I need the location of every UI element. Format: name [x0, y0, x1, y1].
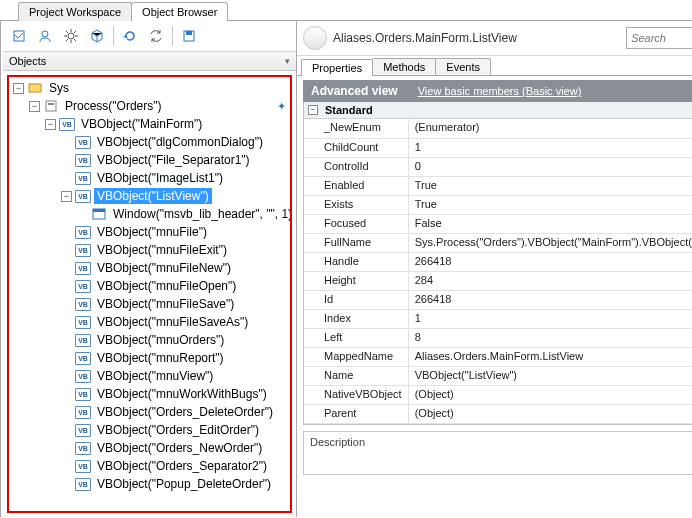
toolbar-btn-settings[interactable] — [59, 24, 83, 48]
sys-icon — [27, 80, 43, 96]
property-value[interactable]: Aliases.Orders.MainForm.ListView… — [408, 347, 692, 366]
property-value[interactable]: 1 — [408, 138, 692, 157]
search-input[interactable] — [626, 27, 692, 49]
objects-tree[interactable]: − Sys − Process("Orders") ✦ − VB VBObjec… — [7, 75, 292, 513]
property-name: ChildCount — [304, 138, 408, 157]
tree-node[interactable]: VBVBObject("mnuView") — [11, 367, 290, 385]
expand-icon[interactable]: − — [61, 191, 72, 202]
tree-node[interactable]: VBVBObject("Popup_DeleteOrder") — [11, 475, 290, 493]
vb-icon: VB — [75, 314, 91, 330]
tab-properties[interactable]: Properties — [301, 59, 373, 76]
tree-node[interactable]: VBVBObject("Orders_DeleteOrder") — [11, 403, 290, 421]
toolbar-btn-refresh[interactable] — [118, 24, 142, 48]
tree-label-selected: VBObject("ListView") — [94, 188, 212, 204]
advanced-view-label: Advanced view — [311, 84, 398, 98]
property-row[interactable]: Left8 — [304, 328, 692, 347]
tree-node-mainform[interactable]: − VB VBObject("MainForm") — [11, 115, 290, 133]
expand-icon[interactable]: − — [45, 119, 56, 130]
tree-node[interactable]: VBVBObject("dlgCommonDialog") — [11, 133, 290, 151]
property-value[interactable]: 266418 — [408, 290, 692, 309]
tab-methods[interactable]: Methods — [372, 58, 436, 75]
tree-node[interactable]: VBVBObject("Orders_Separator2") — [11, 457, 290, 475]
property-row[interactable]: Parent(Object)… — [304, 404, 692, 423]
tree-node[interactable]: VBVBObject("File_Separator1") — [11, 151, 290, 169]
property-value[interactable]: VBObject("ListView") — [408, 366, 692, 385]
vb-icon: VB — [75, 188, 91, 204]
tree-label: VBObject("File_Separator1") — [94, 152, 253, 168]
tree-node[interactable]: VBVBObject("mnuOrders") — [11, 331, 290, 349]
property-row[interactable]: Index1 — [304, 309, 692, 328]
tree-node[interactable]: VBVBObject("mnuFileNew") — [11, 259, 290, 277]
property-row[interactable]: ExistsTrue — [304, 195, 692, 214]
property-row[interactable]: NameVBObject("ListView") — [304, 366, 692, 385]
tree-node[interactable]: VBVBObject("mnuWorkWithBugs") — [11, 385, 290, 403]
tree-node-sys[interactable]: − Sys — [11, 79, 290, 97]
section-standard[interactable]: − Standard — [304, 102, 692, 119]
tree-node-process[interactable]: − Process("Orders") ✦ — [11, 97, 290, 115]
tree-node[interactable]: VBVBObject("ImageList1") — [11, 169, 290, 187]
tab-project-workspace[interactable]: Project Workspace — [18, 2, 132, 21]
property-name: _NewEnum — [304, 119, 408, 138]
tree-label: VBObject("Orders_DeleteOrder") — [94, 404, 276, 420]
toolbar-btn-refresh-all[interactable] — [144, 24, 168, 48]
vb-icon: VB — [75, 332, 91, 348]
leaf-spacer — [61, 155, 72, 166]
property-row[interactable]: Id266418 — [304, 290, 692, 309]
property-value[interactable]: Sys.Process("Orders").VBObject("MainForm… — [408, 233, 692, 252]
toolbar-separator — [172, 26, 173, 46]
property-row[interactable]: _NewEnum(Enumerator)… — [304, 119, 692, 138]
tree-label: VBObject("Orders_NewOrder") — [94, 440, 265, 456]
property-row[interactable]: ChildCount1 — [304, 138, 692, 157]
objects-header-dropdown-icon[interactable]: ▾ — [285, 56, 290, 66]
process-icon — [43, 98, 59, 114]
leaf-spacer — [61, 371, 72, 382]
expand-icon[interactable]: − — [13, 83, 24, 94]
property-value[interactable]: 1 — [408, 309, 692, 328]
property-row[interactable]: ControlId0 — [304, 157, 692, 176]
tree-node[interactable]: VBVBObject("mnuFileOpen") — [11, 277, 290, 295]
property-row[interactable]: Height284 — [304, 271, 692, 290]
leaf-spacer — [61, 479, 72, 490]
tree-node[interactable]: VBVBObject("Orders_NewOrder") — [11, 439, 290, 457]
property-value[interactable]: 0 — [408, 157, 692, 176]
tree-node[interactable]: VBVBObject("Orders_EditOrder") — [11, 421, 290, 439]
property-value[interactable]: (Enumerator)… — [408, 119, 692, 138]
property-row[interactable]: NativeVBObject(Object)… — [304, 385, 692, 404]
property-row[interactable]: EnabledTrue — [304, 176, 692, 195]
tree-node-listview[interactable]: − VB VBObject("ListView") — [11, 187, 290, 205]
property-row[interactable]: MappedNameAliases.Orders.MainForm.ListVi… — [304, 347, 692, 366]
property-value[interactable]: 8 — [408, 328, 692, 347]
property-value[interactable]: True — [408, 176, 692, 195]
tree-node[interactable]: VBVBObject("mnuFile") — [11, 223, 290, 241]
property-value[interactable]: True — [408, 195, 692, 214]
tree-label: VBObject("Orders_Separator2") — [94, 458, 270, 474]
tree-node[interactable]: VBVBObject("mnuFileExit") — [11, 241, 290, 259]
property-name: NativeVBObject — [304, 385, 408, 404]
tree-node[interactable]: VBVBObject("mnuReport") — [11, 349, 290, 367]
property-row[interactable]: Handle266418 — [304, 252, 692, 271]
tree-label: VBObject("mnuReport") — [94, 350, 227, 366]
tree-node[interactable]: VBVBObject("mnuFileSaveAs") — [11, 313, 290, 331]
toolbar-btn-save[interactable] — [177, 24, 201, 48]
property-value[interactable]: (Object)… — [408, 385, 692, 404]
toolbar-btn-filter[interactable] — [7, 24, 31, 48]
vb-icon: VB — [75, 458, 91, 474]
tab-events[interactable]: Events — [435, 58, 491, 75]
leaf-spacer — [61, 263, 72, 274]
hint-icon[interactable]: ✦ — [277, 100, 286, 113]
property-value[interactable]: (Object)… — [408, 404, 692, 423]
property-row[interactable]: FocusedFalse — [304, 214, 692, 233]
toolbar-btn-cube[interactable] — [85, 24, 109, 48]
property-value[interactable]: 284 — [408, 271, 692, 290]
collapse-icon[interactable]: − — [308, 105, 318, 115]
tree-node[interactable]: VBVBObject("mnuFileSave") — [11, 295, 290, 313]
tree-node-listview-child[interactable]: Window("msvb_lib_header", "", 1) — [11, 205, 290, 223]
expand-icon[interactable]: − — [29, 101, 40, 112]
property-value[interactable]: False — [408, 214, 692, 233]
basic-view-link[interactable]: View basic members (Basic view) — [418, 85, 582, 97]
tab-object-browser[interactable]: Object Browser — [131, 2, 228, 21]
property-row[interactable]: FullNameSys.Process("Orders").VBObject("… — [304, 233, 692, 252]
property-value[interactable]: 266418 — [408, 252, 692, 271]
toolbar-btn-user[interactable] — [33, 24, 57, 48]
property-name: Enabled — [304, 176, 408, 195]
